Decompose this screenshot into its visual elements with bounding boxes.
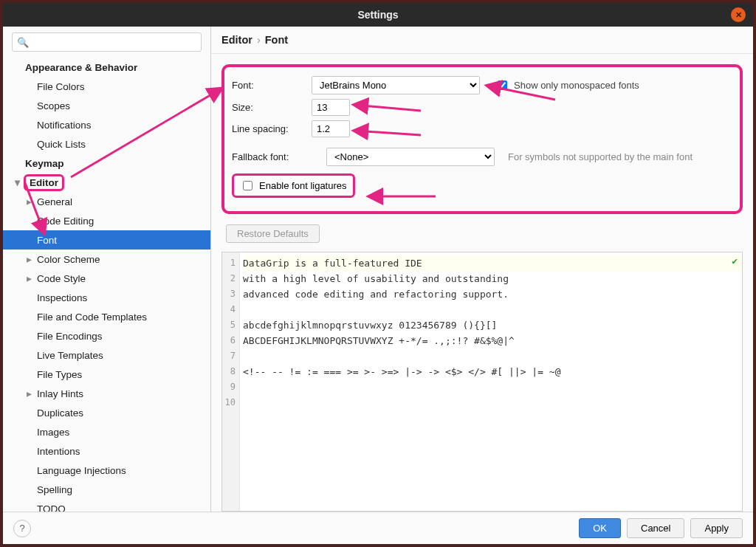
- tree-item-label: File Colors: [37, 81, 85, 92]
- ok-button[interactable]: OK: [579, 518, 621, 538]
- sidebar-item-code-style[interactable]: ▸Code Style: [3, 269, 210, 288]
- help-button[interactable]: ?: [13, 520, 31, 537]
- breadcrumb-part[interactable]: Editor: [221, 34, 252, 46]
- preview-text: DataGrip is a full-featured IDEwith a hi…: [243, 252, 742, 410]
- tree-item-label: Intentions: [37, 446, 80, 457]
- breadcrumb-part[interactable]: Font: [265, 34, 288, 46]
- sidebar-item-appearance-behavior[interactable]: Appearance & Behavior: [3, 58, 210, 77]
- sidebar-item-quick-lists[interactable]: Quick Lists: [3, 134, 210, 154]
- tree-item-label: Code Editing: [37, 216, 94, 227]
- sidebar-item-file-types[interactable]: File Types: [3, 365, 210, 384]
- tree-item-label: Inlay Hints: [37, 388, 83, 399]
- checkbox-icon[interactable]: [243, 181, 252, 190]
- sidebar-item-editor[interactable]: ▾Editor: [3, 173, 210, 192]
- help-icon: ?: [19, 523, 24, 534]
- tree-item-label: File and Code Templates: [37, 312, 147, 323]
- tree-item-label: Code Style: [37, 273, 86, 284]
- sidebar-item-spelling[interactable]: Spelling: [3, 480, 210, 499]
- tree-item-label: Duplicates: [37, 407, 83, 419]
- close-button[interactable]: ✕: [731, 7, 746, 22]
- ligatures-checkbox[interactable]: Enable font ligatures: [232, 173, 355, 198]
- size-label: Size:: [232, 102, 306, 113]
- tree-item-label: Color Scheme: [37, 254, 100, 265]
- sidebar-item-file-encodings[interactable]: File Encodings: [3, 326, 210, 345]
- sidebar-item-file-and-code-templates[interactable]: File and Code Templates: [3, 307, 210, 326]
- sidebar-item-inspections[interactable]: Inspections: [3, 288, 210, 307]
- sidebar-item-code-editing[interactable]: Code Editing: [3, 211, 210, 230]
- search-icon: 🔍: [17, 37, 29, 48]
- chevron-right-icon: ›: [257, 34, 261, 46]
- close-icon: ✕: [735, 10, 742, 20]
- sidebar-item-file-colors[interactable]: File Colors: [3, 77, 210, 96]
- apply-button[interactable]: Apply: [690, 518, 743, 538]
- tree-item-label: Live Templates: [37, 350, 103, 361]
- sidebar-item-inlay-hints[interactable]: ▸Inlay Hints: [3, 384, 210, 403]
- font-settings-panel: Font: JetBrains Mono Show only monospace…: [221, 64, 743, 214]
- tree-item-label: Scopes: [37, 100, 70, 111]
- tree-item-label: Spelling: [37, 484, 72, 495]
- sidebar-item-general[interactable]: ▸General: [3, 192, 210, 211]
- tree-item-label: Notifications: [37, 120, 92, 131]
- tree-item-label: TODO: [37, 503, 66, 512]
- ligatures-label: Enable font ligatures: [259, 180, 347, 191]
- sidebar-item-keymap[interactable]: Keymap: [3, 154, 210, 173]
- tree-item-label: Appearance & Behavior: [25, 62, 137, 73]
- sidebar-item-live-templates[interactable]: Live Templates: [3, 345, 210, 365]
- titlebar: Settings ✕: [3, 3, 753, 27]
- fallback-font-label: Fallback font:: [232, 151, 320, 162]
- restore-defaults-button[interactable]: Restore Defaults: [226, 224, 320, 243]
- line-spacing-label: Line spacing:: [232, 123, 306, 134]
- tree-item-label: Language Injections: [37, 465, 126, 476]
- fallback-hint: For symbols not supported by the main fo…: [508, 151, 693, 162]
- sidebar: 🔍 Appearance & BehaviorFile ColorsScopes…: [3, 27, 211, 512]
- breadcrumb: Editor › Font: [211, 27, 753, 54]
- tree-item-label: File Encodings: [37, 331, 103, 342]
- tree-item-label: Font: [37, 235, 57, 246]
- line-number-gutter: 12345678910: [222, 252, 240, 511]
- footer-bar: ? OK Cancel Apply: [3, 512, 753, 544]
- search-field[interactable]: [29, 36, 196, 49]
- sidebar-item-color-scheme[interactable]: ▸Color Scheme: [3, 250, 210, 269]
- tree-item-label: General: [37, 196, 72, 207]
- settings-tree[interactable]: Appearance & BehaviorFile ColorsScopesNo…: [3, 58, 210, 512]
- search-input[interactable]: 🔍: [12, 32, 202, 52]
- status-ok-icon: ✔: [732, 255, 738, 266]
- show-monospaced-label: Show only monospaced fonts: [514, 80, 639, 91]
- cancel-button[interactable]: Cancel: [627, 518, 684, 538]
- font-label: Font:: [232, 80, 306, 91]
- line-spacing-input[interactable]: [312, 120, 350, 137]
- font-select[interactable]: JetBrains Mono: [312, 76, 480, 94]
- window-title: Settings: [357, 9, 398, 21]
- checkbox-icon[interactable]: [498, 80, 507, 90]
- font-preview: 12345678910 DataGrip is a full-featured …: [221, 252, 743, 512]
- show-monospaced-checkbox[interactable]: Show only monospaced fonts: [495, 78, 639, 92]
- sidebar-item-font[interactable]: Font: [3, 230, 210, 250]
- sidebar-item-intentions[interactable]: Intentions: [3, 441, 210, 461]
- fallback-font-select[interactable]: <None>: [326, 148, 495, 166]
- size-input[interactable]: [312, 99, 350, 116]
- tree-item-label: Keymap: [25, 158, 64, 169]
- tree-item-label: Editor: [25, 176, 63, 190]
- sidebar-item-notifications[interactable]: Notifications: [3, 115, 210, 134]
- sidebar-item-scopes[interactable]: Scopes: [3, 96, 210, 115]
- sidebar-item-images[interactable]: Images: [3, 422, 210, 441]
- sidebar-item-duplicates[interactable]: Duplicates: [3, 403, 210, 422]
- sidebar-item-todo[interactable]: TODO: [3, 499, 210, 512]
- tree-item-label: Quick Lists: [37, 139, 86, 150]
- sidebar-item-language-injections[interactable]: Language Injections: [3, 461, 210, 480]
- tree-item-label: File Types: [37, 369, 82, 380]
- tree-item-label: Inspections: [37, 292, 87, 303]
- tree-item-label: Images: [37, 427, 69, 438]
